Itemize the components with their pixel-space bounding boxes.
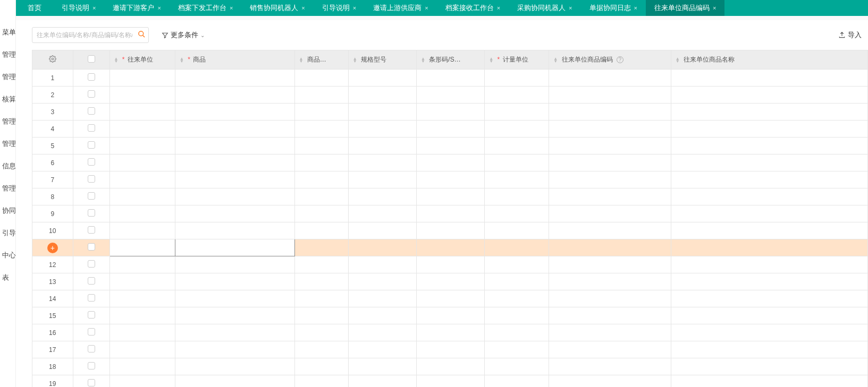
table-row[interactable]: 13 [32,273,868,290]
table-cell[interactable] [348,307,416,324]
table-cell[interactable] [109,154,175,171]
table-cell[interactable] [671,121,867,137]
table-cell[interactable] [417,70,485,87]
table-cell[interactable] [348,358,416,375]
close-icon[interactable]: × [425,5,428,11]
table-cell[interactable] [175,307,294,324]
table-cell[interactable] [175,341,294,358]
table-cell[interactable] [175,70,294,87]
table-cell[interactable] [417,87,485,104]
table-cell[interactable] [417,239,485,256]
table-cell[interactable] [549,290,671,307]
table-cell[interactable] [485,137,549,154]
table-cell[interactable] [348,121,416,137]
table-cell[interactable] [417,154,485,171]
add-row-button[interactable]: + [47,243,58,253]
table-cell[interactable] [109,239,175,256]
row-checkbox[interactable] [88,311,95,319]
header-unit[interactable]: ▲▼ * 计量单位 [485,50,549,70]
table-cell[interactable] [485,87,549,104]
table-cell[interactable] [549,341,671,358]
table-cell[interactable] [175,358,294,375]
table-cell[interactable] [109,307,175,324]
table-cell[interactable] [417,205,485,222]
table-row[interactable]: 19 [32,375,868,388]
table-cell[interactable] [417,290,485,307]
table-cell[interactable] [671,273,867,290]
row-checkbox[interactable] [88,158,95,166]
tab[interactable]: 档案接收工作台× [437,0,509,16]
table-cell[interactable] [485,188,549,205]
table-cell[interactable] [175,273,294,290]
table-cell[interactable] [549,137,671,154]
table-cell[interactable] [549,154,671,171]
header-prodinfo[interactable]: ▲▼ 商品… [294,50,348,70]
table-cell[interactable] [294,104,348,121]
sidebar-item[interactable]: 管理 [0,44,15,66]
table-row[interactable]: 18 [32,358,868,375]
sidebar-item[interactable]: 管理 [0,177,15,200]
row-checkbox[interactable] [88,277,95,285]
more-filter-button[interactable]: 更多条件 ⌄ [162,30,205,40]
table-cell[interactable] [671,290,867,307]
close-icon[interactable]: × [301,5,305,11]
tab[interactable]: 往来单位商品编码× [646,0,724,16]
select-all-checkbox[interactable] [88,55,95,63]
table-cell[interactable] [417,256,485,273]
sidebar-item[interactable]: 表 [0,266,15,289]
table-cell[interactable] [671,104,867,121]
table-cell[interactable] [109,222,175,239]
table-cell[interactable] [671,137,867,154]
table-cell[interactable] [417,137,485,154]
table-cell[interactable] [175,154,294,171]
table-cell[interactable] [175,222,294,239]
table-cell[interactable] [671,222,867,239]
table-cell[interactable] [348,154,416,171]
table-cell[interactable] [549,324,671,341]
table-cell[interactable] [109,375,175,388]
tab[interactable]: 档案下发工作台× [170,0,241,16]
table-cell[interactable] [294,290,348,307]
table-cell[interactable] [671,256,867,273]
help-icon[interactable]: ? [617,56,623,63]
table-cell[interactable] [485,375,549,388]
table-cell[interactable] [109,87,175,104]
table-cell[interactable] [294,188,348,205]
table-cell[interactable] [671,188,867,205]
table-cell[interactable] [417,375,485,388]
table-cell[interactable] [348,375,416,388]
tab[interactable]: 邀请上游供应商× [365,0,436,16]
table-cell[interactable] [671,205,867,222]
row-checkbox[interactable] [88,294,95,302]
table-cell[interactable] [549,121,671,137]
sidebar-item[interactable]: 菜单 [0,21,15,44]
table-cell[interactable] [109,324,175,341]
sidebar-item[interactable]: 协同 [0,200,15,222]
table-cell[interactable] [294,375,348,388]
table-cell[interactable] [485,324,549,341]
table-cell[interactable] [109,104,175,121]
table-cell[interactable] [175,290,294,307]
table-cell[interactable] [485,239,549,256]
table-cell[interactable] [485,222,549,239]
close-icon[interactable]: × [634,5,637,11]
table-row[interactable]: 17 [32,341,868,358]
search-input[interactable] [32,27,149,43]
table-cell[interactable] [175,188,294,205]
table-cell[interactable] [348,290,416,307]
table-cell[interactable] [294,256,348,273]
table-row[interactable]: 14 [32,290,868,307]
table-cell[interactable] [294,273,348,290]
table-row[interactable]: 7 [32,171,868,188]
table-cell[interactable] [175,239,294,256]
row-checkbox[interactable] [88,124,95,132]
table-cell[interactable] [109,137,175,154]
close-icon[interactable]: × [92,5,96,11]
tab[interactable]: 邀请下游客户× [104,0,169,16]
table-row[interactable]: 9 [32,205,868,222]
table-row[interactable]: 1 [32,70,868,87]
row-checkbox[interactable] [88,362,95,369]
table-row[interactable]: 5 [32,137,868,154]
table-row[interactable]: + [32,239,868,256]
table-cell[interactable] [485,121,549,137]
